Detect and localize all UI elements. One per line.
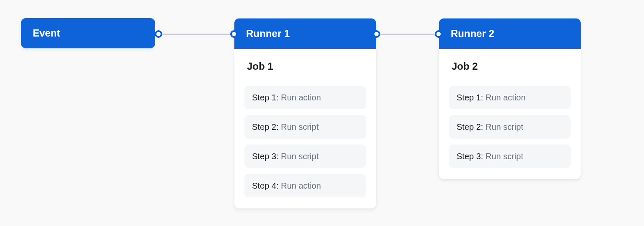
job-1-step-1: Step 1: Run action [244, 86, 366, 109]
step-label: Step 2: [457, 122, 483, 131]
step-label: Step 2: [252, 122, 278, 131]
step-label: Step 4: [252, 181, 278, 190]
step-label: Step 3: [457, 152, 483, 161]
job-1-step-4: Step 4: Run action [244, 174, 366, 197]
runner-node-2: Runner 2 Job 2 Step 1: Run action Step 2… [439, 18, 581, 179]
job-2-step-2: Step 2: Run script [449, 115, 571, 139]
job-1-step-2: Step 2: Run script [244, 115, 366, 139]
step-desc: Run script [281, 122, 319, 131]
runner-1-header: Runner 1 [234, 18, 376, 49]
connector-event-to-runner1 [155, 34, 235, 35]
runner-1-title: Runner 1 [246, 28, 290, 39]
step-desc: Run script [281, 152, 319, 161]
job-1-step-3: Step 3: Run script [244, 145, 366, 168]
step-desc: Run action [486, 93, 526, 102]
runner-2-header: Runner 2 [439, 18, 581, 49]
port-runner1-out [373, 30, 380, 38]
runner-node-1: Runner 1 Job 1 Step 1: Run action Step 2… [234, 18, 377, 209]
workflow-diagram: Event Runner 1 Job 1 Step 1: Run action … [0, 0, 644, 226]
step-desc: Run action [281, 93, 321, 102]
runner-2-body: Job 2 Step 1: Run action Step 2: Run scr… [439, 49, 581, 179]
step-desc: Run action [281, 181, 321, 190]
event-label: Event [33, 27, 60, 39]
step-desc: Run script [486, 152, 523, 161]
runner-1-body: Job 1 Step 1: Run action Step 2: Run scr… [234, 49, 376, 208]
event-node: Event [21, 18, 155, 48]
port-runner2-in [435, 30, 442, 38]
job-2-title: Job 2 [449, 59, 571, 80]
job-2-step-3: Step 3: Run script [449, 145, 571, 168]
job-1-title: Job 1 [244, 59, 366, 80]
step-label: Step 1: [457, 93, 483, 102]
step-desc: Run script [486, 122, 523, 131]
port-runner1-in [230, 30, 238, 38]
runner-2-title: Runner 2 [451, 28, 494, 39]
port-event-out [155, 30, 162, 38]
step-label: Step 3: [252, 152, 278, 161]
connector-runner1-to-runner2 [374, 34, 439, 35]
job-2-step-1: Step 1: Run action [449, 86, 571, 109]
step-label: Step 1: [252, 93, 278, 102]
